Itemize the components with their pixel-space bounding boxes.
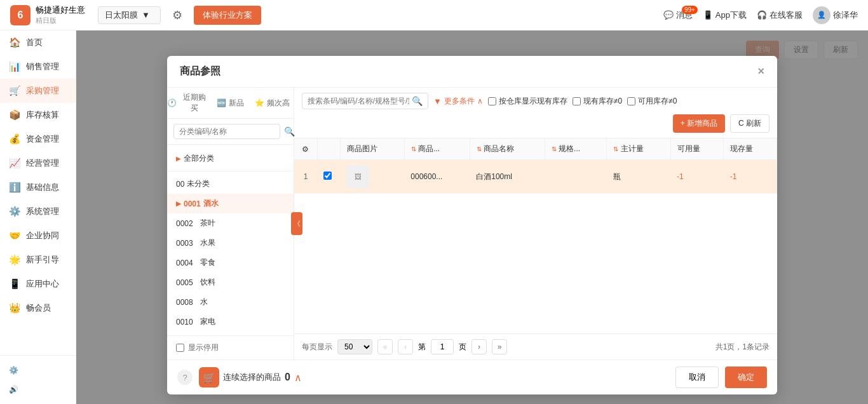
cart-area: 🛒 连续选择的商品 0 ∧ bbox=[199, 367, 302, 387]
product-search-box: 🔍 bbox=[302, 93, 428, 109]
arrow-0001: ▶ bbox=[176, 200, 181, 207]
row-spec bbox=[545, 160, 606, 194]
sidebar-bottom-settings[interactable]: ⚙️ bbox=[0, 361, 76, 380]
page-next-button[interactable]: › bbox=[471, 339, 487, 354]
usable-checkbox-item[interactable]: 可用库存≠0 bbox=[627, 96, 677, 107]
cat-item-0010[interactable]: 0010 家电 bbox=[167, 312, 294, 332]
cat-item-0002[interactable]: 0002 茶叶 bbox=[167, 213, 294, 233]
tab-frequent[interactable]: ⭐ 频次高 bbox=[252, 88, 294, 118]
modal-footer: ? 🛒 连续选择的商品 0 ∧ 取消 确定 bbox=[167, 360, 777, 394]
col-code-label: 商品... bbox=[418, 144, 440, 153]
page-prev-button[interactable]: ‹ bbox=[398, 339, 413, 354]
logo-area: 6 畅捷通好生意 精日版 bbox=[10, 4, 85, 25]
sidebar-item-sales[interactable]: 📊 销售管理 bbox=[0, 55, 76, 79]
home-icon: 🏠 bbox=[9, 37, 21, 48]
product-search-input[interactable] bbox=[308, 97, 409, 105]
sidebar-item-guide[interactable]: 🌟 新手引导 bbox=[0, 248, 76, 272]
category-collapse-button[interactable]: 《 bbox=[291, 212, 302, 235]
cancel-button[interactable]: 取消 bbox=[675, 367, 719, 388]
avatar: 👤 bbox=[813, 6, 831, 24]
filter-button[interactable]: ▼ 更多条件 ∧ bbox=[433, 96, 483, 107]
page-input[interactable] bbox=[431, 339, 454, 354]
tab-new-label: 新品 bbox=[229, 98, 244, 109]
available-checkbox[interactable] bbox=[573, 97, 581, 105]
collapse-cart-icon[interactable]: ∧ bbox=[294, 372, 302, 384]
online-service-item[interactable]: 🎧 在线客服 bbox=[757, 10, 803, 21]
warehouse-checkbox-item[interactable]: 按仓库显示现有库存 bbox=[488, 96, 567, 107]
cat-item-0004[interactable]: 0004 零食 bbox=[167, 253, 294, 273]
cat-item-0003[interactable]: 0003 水果 bbox=[167, 233, 294, 253]
refresh-button[interactable]: C 刷新 bbox=[730, 114, 770, 133]
user-item[interactable]: 👤 徐泽华 bbox=[813, 6, 858, 24]
cat-item-all[interactable]: ▶ 全部分类 bbox=[167, 149, 294, 168]
phone-icon: 📱 bbox=[703, 10, 713, 20]
basicinfo-icon: ℹ️ bbox=[9, 182, 21, 193]
cat-item-00[interactable]: 00 未分类 bbox=[167, 174, 294, 194]
col-unit-label: 主计量 bbox=[621, 144, 644, 153]
modal-close-button[interactable]: × bbox=[757, 65, 764, 78]
page-last-button[interactable]: » bbox=[492, 339, 507, 354]
sidebar-item-basicinfo[interactable]: ℹ️ 基础信息 bbox=[0, 175, 76, 199]
show-disabled-label: 显示停用 bbox=[188, 342, 219, 353]
cat-item-0005[interactable]: 0005 饮料 bbox=[167, 273, 294, 292]
inventory-icon: 📦 bbox=[9, 109, 21, 121]
settings-icon[interactable]: ⚙ bbox=[167, 5, 187, 25]
cat-item-0001[interactable]: ▶ 0001 酒水 bbox=[167, 194, 294, 213]
col-settings[interactable]: ⚙ bbox=[294, 138, 317, 160]
col-name[interactable]: ⇅ 商品名称 bbox=[470, 138, 545, 160]
row-checkbox-cell[interactable] bbox=[317, 160, 340, 194]
sidebar-item-home[interactable]: 🏠 首页 bbox=[0, 30, 76, 55]
cat-name-0002: 茶叶 bbox=[200, 218, 215, 229]
tab-recent-label: 近期购买 bbox=[179, 92, 209, 114]
category-search-icon[interactable]: 🔍 bbox=[284, 126, 295, 137]
row-stock: -1 bbox=[724, 160, 777, 194]
store-selector[interactable]: 日太阳膜 ▼ bbox=[98, 6, 161, 24]
col-spec[interactable]: ⇅ 规格... bbox=[545, 138, 606, 160]
warehouse-checkbox[interactable] bbox=[488, 97, 496, 105]
confirm-button[interactable]: 确定 bbox=[725, 367, 767, 388]
col-name-label: 商品名称 bbox=[484, 144, 514, 153]
sidebar-item-member[interactable]: 👑 畅会员 bbox=[0, 296, 76, 320]
show-disabled: 显示停用 bbox=[167, 335, 294, 360]
page-first-button[interactable]: « bbox=[377, 339, 393, 354]
app-download-item[interactable]: 📱 App下载 bbox=[703, 10, 747, 21]
cat-code-00: 00 bbox=[176, 180, 184, 189]
tab-recent[interactable]: 🕐 近期购买 bbox=[167, 88, 209, 118]
sidebar-item-appcenter[interactable]: 📱 应用中心 bbox=[0, 272, 76, 296]
row-code: 000600... bbox=[404, 160, 470, 194]
sidebar-bottom-volume[interactable]: 🔊 bbox=[0, 380, 76, 399]
sidebar-item-system[interactable]: ⚙️ 系统管理 bbox=[0, 199, 76, 224]
tab-new[interactable]: 🆕 新品 bbox=[209, 88, 251, 118]
per-page-select[interactable]: 50 100 200 bbox=[337, 339, 372, 354]
row-checkbox[interactable] bbox=[323, 172, 332, 180]
sidebar-item-enterprise[interactable]: 🤝 企业协同 bbox=[0, 224, 76, 248]
sidebar-bottom: ⚙️ 🔊 bbox=[0, 355, 76, 404]
cart-icon[interactable]: 🛒 bbox=[199, 367, 219, 387]
sidebar-label-enterprise: 企业协同 bbox=[26, 230, 59, 241]
sidebar-item-operations[interactable]: 📈 经营管理 bbox=[0, 151, 76, 175]
help-icon[interactable]: ? bbox=[177, 370, 193, 385]
usable-checkbox[interactable] bbox=[627, 97, 635, 105]
show-disabled-checkbox[interactable] bbox=[176, 344, 184, 352]
sidebar-item-purchase[interactable]: 🛒 采购管理 bbox=[0, 79, 76, 103]
add-product-button[interactable]: + 新增商品 bbox=[673, 114, 725, 133]
guide-icon: 🌟 bbox=[9, 254, 21, 266]
category-search-input[interactable] bbox=[173, 124, 280, 139]
col-code[interactable]: ⇅ 商品... bbox=[404, 138, 470, 160]
cat-name-0001: 酒水 bbox=[203, 198, 219, 209]
sidebar-item-inventory[interactable]: 📦 库存核算 bbox=[0, 103, 76, 127]
recent-icon: 🕐 bbox=[167, 98, 177, 107]
sidebar-item-finance[interactable]: 💰 资金管理 bbox=[0, 127, 76, 151]
col-unit[interactable]: ⇅ 主计量 bbox=[607, 138, 670, 160]
page-unit: 页 bbox=[459, 342, 466, 353]
product-search-icon[interactable]: 🔍 bbox=[412, 96, 423, 106]
cat-item-0008[interactable]: 0008 水 bbox=[167, 292, 294, 312]
available-checkbox-item[interactable]: 现有库存≠0 bbox=[573, 96, 622, 107]
logo-icon: 6 bbox=[10, 5, 31, 25]
cat-code-0008: 0008 bbox=[176, 298, 193, 307]
notification-item[interactable]: 💬 消息 99+ bbox=[663, 10, 693, 21]
experience-button[interactable]: 体验行业方案 bbox=[194, 6, 261, 25]
table-row[interactable]: 1 🖼 bbox=[294, 160, 777, 194]
col-img-label: 商品图片 bbox=[347, 144, 377, 153]
cat-name-0005: 饮料 bbox=[200, 277, 215, 288]
